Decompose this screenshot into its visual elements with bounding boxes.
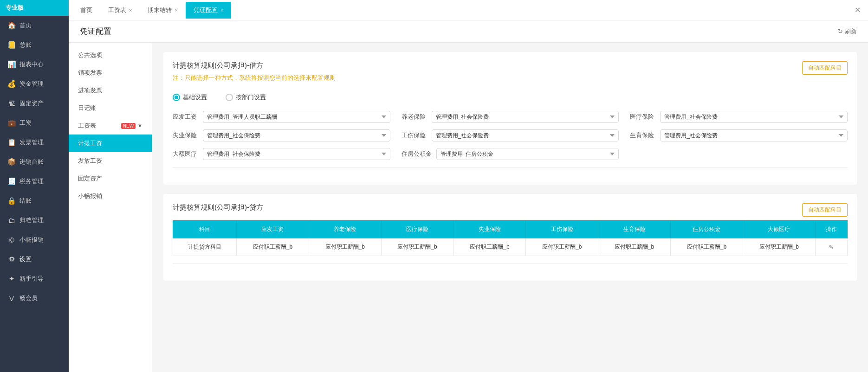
sidebar-item-guide[interactable]: ✦ 新手引导 — [0, 269, 69, 289]
credit-section-title: 计提核算规则(公司承担)-贷方 — [173, 203, 263, 212]
tab-home[interactable]: 首页 — [72, 2, 100, 19]
xiaochang-icon: © — [7, 236, 16, 244]
sidebar-item-home[interactable]: 🏠 首页 — [0, 16, 69, 35]
menu-item-sales-invoice[interactable]: 销项发票 — [69, 64, 152, 82]
sidebar-item-label: 工资 — [19, 119, 32, 127]
select-yiliao[interactable]: 管理费用_社会保险费 — [660, 111, 848, 123]
debit-form-grid-3: 大额医疗 管理费用_社会保险费 住房公积金 管理费用_住房公积金 — [173, 148, 848, 160]
sidebar-item-salary[interactable]: 💼 工资 — [0, 113, 69, 133]
tab-period[interactable]: 期末结转 × — [140, 2, 185, 19]
radio-basic-label: 基础设置 — [183, 93, 207, 102]
edit-icon[interactable]: ✎ — [829, 244, 834, 250]
tab-payroll-close[interactable]: × — [129, 7, 132, 13]
form-row-yiliao: 医疗保险 管理费用_社会保险费 — [630, 111, 848, 123]
page-header: 凭证配置 ↻ 刷新 — [69, 20, 868, 43]
radio-dept[interactable]: 按部门设置 — [226, 93, 266, 102]
cell-action[interactable]: ✎ — [815, 238, 847, 256]
menu-label: 日记账 — [78, 104, 96, 112]
select-zhufang[interactable]: 管理费用_住房公积金 — [436, 148, 619, 160]
reports-icon: 📊 — [7, 60, 16, 69]
col-shiye: 失业保险 — [453, 221, 526, 238]
cell-subject: 计提贷方科目 — [173, 238, 237, 256]
sidebar-item-archive[interactable]: 🗂 归档管理 — [0, 211, 69, 230]
label-shiye: 失业保险 — [173, 131, 198, 140]
sidebar-item-closing[interactable]: 🔒 结账 — [0, 191, 69, 211]
select-yanglao[interactable]: 管理费用_社会保险费 — [432, 111, 619, 123]
select-gongshang[interactable]: 管理费用_社会保险费 — [432, 129, 619, 141]
radio-dept-circle — [226, 94, 233, 101]
sidebar-item-invoices[interactable]: 📋 发票管理 — [0, 133, 69, 152]
sidebar-item-label: 设置 — [19, 255, 32, 263]
label-yingfa: 应发工资 — [173, 113, 198, 121]
col-yiliao: 医疗保险 — [381, 221, 453, 238]
menu-label: 销项发票 — [78, 69, 102, 77]
credit-divider — [173, 263, 848, 264]
menu-item-purchase-invoice[interactable]: 进项发票 — [69, 82, 152, 99]
salary-icon: 💼 — [7, 119, 16, 127]
menu-label: 工资表 — [78, 122, 96, 130]
sidebar-item-label: 归档管理 — [19, 216, 44, 224]
col-shengyu: 生育保险 — [598, 221, 671, 238]
main-close-button[interactable]: ✕ — [851, 4, 864, 16]
credit-table: 科目 应发工资 养老保险 医疗保险 失业保险 工伤保险 生育保险 住房公积金 大… — [173, 220, 848, 256]
tab-payroll[interactable]: 工资表 × — [100, 2, 140, 19]
menu-item-calc-salary[interactable]: 计提工资 — [69, 135, 152, 152]
menu-item-journal[interactable]: 日记账 — [69, 99, 152, 117]
brand-logo: 专业版 — [0, 0, 69, 16]
label-gongshang: 工伤保险 — [402, 131, 427, 140]
select-shiye[interactable]: 管理费用_社会保险费 — [203, 129, 390, 141]
content-wrapper: 公共选项 销项发票 进项发票 日记账 工资表 NEW ▼ 计提工资 — [69, 43, 868, 372]
tab-voucher-label: 凭证配置 — [194, 6, 218, 14]
select-daeyiliao[interactable]: 管理费用_社会保险费 — [203, 148, 390, 160]
select-shengyu[interactable]: 管理费用_社会保险费 — [660, 129, 848, 141]
menu-item-pay-salary[interactable]: 发放工资 — [69, 152, 152, 170]
sidebar-item-settings[interactable]: ⚙ 设置 — [0, 250, 69, 269]
sidebar-item-tax[interactable]: 🧾 税务管理 — [0, 172, 69, 191]
new-badge: NEW — [121, 123, 136, 129]
col-daeyiliao: 大额医疗 — [743, 221, 815, 238]
form-row-shengyu: 生育保险 管理费用_社会保险费 — [630, 129, 848, 141]
menu-item-fixed-assets[interactable]: 固定资产 — [69, 170, 152, 187]
radio-basic[interactable]: 基础设置 — [173, 93, 207, 102]
debit-section-header: 计提核算规则(公司承担)-借方 注：只能选择一种方式，系统将按照您当前的选择来配… — [173, 61, 848, 90]
sidebar-item-xiaochang[interactable]: © 小畅报销 — [0, 230, 69, 250]
debit-auto-match-button[interactable]: 自动匹配科目 — [802, 61, 848, 75]
main-area: 首页 工资表 × 期末结转 × 凭证配置 × ✕ 凭证配置 ↻ 刷新 公共选项 — [69, 0, 868, 372]
tab-home-label: 首页 — [80, 6, 92, 14]
form-row-gongshang: 工伤保险 管理费用_社会保险费 — [402, 129, 619, 141]
tab-voucher[interactable]: 凭证配置 × — [186, 2, 231, 19]
debit-form-grid: 应发工资 管理费用_管理人员职工薪酬 养老保险 管理费用_社会保险费 医疗保险 — [173, 111, 848, 123]
sidebar-item-reports[interactable]: 📊 报表中心 — [0, 55, 69, 74]
tab-period-close[interactable]: × — [175, 7, 177, 13]
menu-label: 进项发票 — [78, 86, 102, 95]
sidebar-item-assets[interactable]: 🏗 固定资产 — [0, 94, 69, 113]
menu-label: 公共选项 — [78, 51, 102, 59]
sidebar-item-ledger[interactable]: 📒 总账 — [0, 35, 69, 55]
menu-item-expense[interactable]: 小畅报销 — [69, 187, 152, 205]
refresh-label: 刷新 — [845, 27, 857, 36]
ledger-icon: 📒 — [7, 41, 16, 49]
credit-auto-match-button[interactable]: 自动匹配科目 — [802, 203, 848, 217]
cell-shengyu: 应付职工薪酬_b — [598, 238, 671, 256]
debit-section: 计提核算规则(公司承担)-借方 注：只能选择一种方式，系统将按照您当前的选择来配… — [163, 52, 857, 185]
radio-group: 基础设置 按部门设置 — [173, 93, 848, 102]
settings-icon: ⚙ — [7, 255, 16, 263]
tab-bar: 首页 工资表 × 期末结转 × 凭证配置 × ✕ — [69, 0, 868, 20]
sidebar-item-funds[interactable]: 💰 资金管理 — [0, 74, 69, 94]
cell-yiliao: 应付职工薪酬_b — [381, 238, 453, 256]
debit-section-note: 注：只能选择一种方式，系统将按照您当前的选择来配置规则 — [173, 74, 336, 82]
select-yingfa[interactable]: 管理费用_管理人员职工薪酬 — [203, 111, 390, 123]
sidebar-item-member[interactable]: V 畅会员 — [0, 289, 69, 308]
tab-voucher-close[interactable]: × — [220, 7, 223, 13]
menu-item-payroll-table[interactable]: 工资表 NEW ▼ — [69, 117, 152, 135]
archive-icon: 🗂 — [7, 217, 16, 224]
col-zhufang: 住房公积金 — [671, 221, 743, 238]
inventory-icon: 📦 — [7, 158, 16, 166]
refresh-icon: ↻ — [838, 28, 843, 35]
menu-label: 固定资产 — [78, 174, 102, 183]
refresh-button[interactable]: ↻ 刷新 — [838, 27, 857, 36]
label-daeyiliao: 大额医疗 — [173, 150, 198, 158]
menu-item-public[interactable]: 公共选项 — [69, 46, 152, 64]
sidebar-item-inventory[interactable]: 📦 进销台账 — [0, 152, 69, 172]
sidebar: 专业版 🏠 首页 📒 总账 📊 报表中心 💰 资金管理 🏗 固定资产 💼 工资 … — [0, 0, 69, 372]
